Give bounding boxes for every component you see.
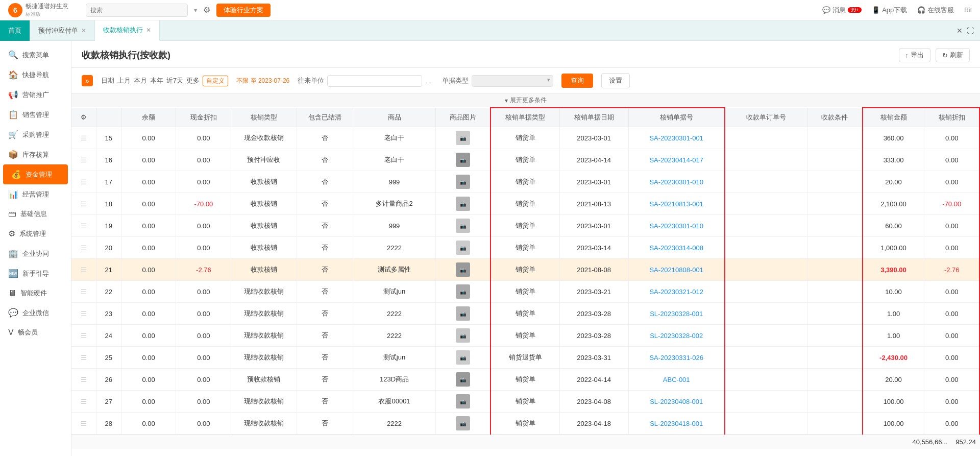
- sidebar-item-sales[interactable]: 📋 销售管理: [0, 105, 71, 125]
- sidebar-item-newbie[interactable]: 🆕 新手引导: [0, 263, 71, 283]
- message-button[interactable]: 💬 消息 99+: [822, 6, 862, 15]
- table-row[interactable]: ☰ 25 0.00 0.00 现结收款核销 否 测试jun 📷 销货退货单 20…: [71, 347, 979, 369]
- write-off-no-link[interactable]: ABC-001: [663, 376, 690, 383]
- col-gear-cell[interactable]: ☰: [71, 413, 96, 435]
- col-write-off-no-cell[interactable]: SA-20230321-012: [628, 281, 725, 303]
- col-write-off-no-cell[interactable]: SL-20230328-002: [628, 325, 725, 347]
- sidebar-item-hardware[interactable]: 🖥 智能硬件: [0, 283, 71, 303]
- table-row[interactable]: ☰ 20 0.00 0.00 收款核销 否 2222 📷 销货单 2023-03…: [71, 237, 979, 259]
- col-gear-header[interactable]: ⚙: [71, 108, 96, 127]
- col-gear-cell[interactable]: ☰: [71, 171, 96, 193]
- sidebar-item-purchase[interactable]: 🛒 采购管理: [0, 125, 71, 145]
- sidebar-item-marketing[interactable]: 📢 营销推广: [0, 85, 71, 105]
- write-off-no-link[interactable]: SL-20230328-002: [650, 332, 703, 340]
- col-write-off-no-cell[interactable]: SA-20230314-008: [628, 237, 725, 259]
- col-gear-cell[interactable]: ☰: [71, 347, 96, 369]
- write-off-no-link[interactable]: SA-20230414-017: [649, 156, 703, 164]
- write-off-no-link[interactable]: SA-20230321-012: [649, 288, 703, 296]
- search-input[interactable]: [86, 4, 188, 17]
- filter-this-year[interactable]: 本年: [150, 76, 163, 85]
- table-row[interactable]: ☰ 15 0.00 0.00 现金收款核销 否 老白干 📷 销货单 2023-0…: [71, 127, 979, 149]
- col-gear-cell[interactable]: ☰: [71, 237, 96, 259]
- write-off-no-link[interactable]: SA-20230301-010: [649, 178, 703, 186]
- sidebar-item-nav[interactable]: 🏠 快捷导航: [0, 65, 71, 85]
- write-off-no-link[interactable]: SA-20230301-010: [649, 222, 703, 230]
- sidebar-item-finance[interactable]: 💰 资金管理: [3, 164, 68, 184]
- col-write-off-no-cell[interactable]: SL-20230408-001: [628, 391, 725, 413]
- filter-this-month[interactable]: 本月: [134, 76, 147, 85]
- filter-collapse-button[interactable]: »: [82, 75, 93, 86]
- sidebar-item-system[interactable]: ⚙ 系统管理: [0, 224, 71, 244]
- table-row[interactable]: ☰ 23 0.00 0.00 现结收款核销 否 2222 📷 销货单 2023-…: [71, 303, 979, 325]
- sidebar-item-search[interactable]: 🔍 搜索菜单: [0, 45, 71, 65]
- tab-home[interactable]: 首页: [0, 20, 30, 41]
- sidebar-item-inventory[interactable]: 📦 库存核算: [0, 145, 71, 164]
- export-button[interactable]: ↑ 导出: [899, 48, 931, 62]
- col-gear-cell[interactable]: ☰: [71, 215, 96, 237]
- table-row[interactable]: ☰ 27 0.00 0.00 现结收款核销 否 衣服00001 📷 销货单 20…: [71, 391, 979, 413]
- voucher-type-select[interactable]: [472, 75, 553, 87]
- write-off-no-link[interactable]: SA-20210813-001: [649, 200, 703, 208]
- tab-receipt-close[interactable]: ✕: [146, 27, 151, 34]
- col-write-off-no-cell[interactable]: SA-20210813-001: [628, 193, 725, 215]
- chevron-down-icon[interactable]: ▾: [194, 7, 197, 14]
- maximize-icon[interactable]: ⛶: [967, 27, 974, 35]
- filter-more[interactable]: 更多: [186, 76, 200, 85]
- table-row[interactable]: ☰ 17 0.00 0.00 收款核销 否 999 📷 销货单 2023-03-…: [71, 171, 979, 193]
- col-gear-cell[interactable]: ☰: [71, 391, 96, 413]
- app-download-button[interactable]: 📱 App下载: [872, 6, 907, 15]
- write-off-no-link[interactable]: SA-20210808-001: [649, 266, 703, 274]
- query-button[interactable]: 查询: [561, 74, 593, 88]
- write-off-no-link[interactable]: SL-20230418-001: [650, 420, 703, 427]
- col-write-off-no-cell[interactable]: SA-20230301-001: [628, 127, 725, 149]
- col-gear-cell[interactable]: ☰: [71, 149, 96, 171]
- col-write-off-no-cell[interactable]: SL-20230418-001: [628, 413, 725, 435]
- col-gear-cell[interactable]: ☰: [71, 259, 96, 281]
- sidebar-item-operations[interactable]: 📊 经营管理: [0, 184, 71, 204]
- col-gear-cell[interactable]: ☰: [71, 193, 96, 215]
- sidebar-item-basic[interactable]: 🗃 基础信息: [0, 204, 71, 224]
- refresh-button[interactable]: ↻ 刷新: [936, 48, 970, 62]
- filter-last-month[interactable]: 上月: [117, 76, 131, 85]
- table-row[interactable]: ☰ 22 0.00 0.00 现结收款核销 否 测试jun 📷 销货单 2023…: [71, 281, 979, 303]
- table-row[interactable]: ☰ 26 0.00 0.00 预收款核销 否 123D商品 📷 销货单 2022…: [71, 369, 979, 391]
- settings-button[interactable]: 设置: [601, 73, 630, 88]
- tab-receipt[interactable]: 收款核销执行 ✕: [95, 20, 160, 41]
- filter-last-7-days[interactable]: 近7天: [166, 76, 183, 85]
- table-row[interactable]: ☰ 16 0.00 0.00 预付冲应收 否 老白干 📷 销货单 2023-04…: [71, 149, 979, 171]
- write-off-no-link[interactable]: SL-20230328-001: [650, 310, 703, 318]
- partner-input[interactable]: [327, 75, 422, 87]
- solution-button[interactable]: 体验行业方案: [216, 4, 271, 17]
- col-write-off-no-cell[interactable]: SA-20210808-001: [628, 259, 725, 281]
- table-row[interactable]: ☰ 21 0.00 -2.76 收款核销 否 测试多属性 📷 销货单 2021-…: [71, 259, 979, 281]
- table-row[interactable]: ☰ 24 0.00 0.00 现结收款核销 否 2222 📷 销货单 2023-…: [71, 325, 979, 347]
- sidebar-item-member[interactable]: V 畅会员: [0, 323, 71, 342]
- col-write-off-no-cell[interactable]: SA-20230331-026: [628, 347, 725, 369]
- col-write-off-no-cell[interactable]: SA-20230301-010: [628, 215, 725, 237]
- write-off-no-link[interactable]: SA-20230331-026: [649, 354, 703, 362]
- col-gear-cell[interactable]: ☰: [71, 303, 96, 325]
- service-button[interactable]: 🎧 在线客服: [917, 6, 954, 15]
- write-off-no-link[interactable]: SL-20230408-001: [650, 398, 703, 405]
- table-row[interactable]: ☰ 28 0.00 0.00 现结收款核销 否 2222 📷 销货单 2023-…: [71, 413, 979, 435]
- tab-prepay[interactable]: 预付冲应付单 ✕: [30, 20, 95, 41]
- col-write-off-no-cell[interactable]: SL-20230328-001: [628, 303, 725, 325]
- col-write-off-no-cell[interactable]: ABC-001: [628, 369, 725, 391]
- write-off-no-link[interactable]: SA-20230301-001: [649, 134, 703, 142]
- sidebar-item-wechat[interactable]: 💬 企业微信: [0, 303, 71, 323]
- tab-prepay-close[interactable]: ✕: [81, 27, 86, 34]
- write-off-no-link[interactable]: SA-20230314-008: [649, 244, 703, 252]
- gear-icon[interactable]: ⚙: [203, 5, 210, 15]
- col-gear-cell[interactable]: ☰: [71, 369, 96, 391]
- col-write-off-no-cell[interactable]: SA-20230414-017: [628, 149, 725, 171]
- col-gear-cell[interactable]: ☰: [71, 325, 96, 347]
- expand-conditions-button[interactable]: ▾ 展开更多条件: [505, 96, 547, 105]
- col-write-off-no-cell[interactable]: SA-20230301-010: [628, 171, 725, 193]
- col-gear-cell[interactable]: ☰: [71, 127, 96, 149]
- table-container[interactable]: ⚙ 余额 现金折扣 核销类型 包含已结清 商品 商品图片 核销单据类型 核销单据…: [71, 107, 980, 456]
- table-row[interactable]: ☰ 18 0.00 -70.00 收款核销 否 多计量商品2 📷 销货单 202…: [71, 193, 979, 215]
- col-gear-cell[interactable]: ☰: [71, 281, 96, 303]
- gear-icon[interactable]: ⚙: [81, 113, 87, 121]
- sidebar-item-corp[interactable]: 🏢 企业协同: [0, 244, 71, 263]
- filter-custom-date[interactable]: 自定义: [203, 76, 228, 86]
